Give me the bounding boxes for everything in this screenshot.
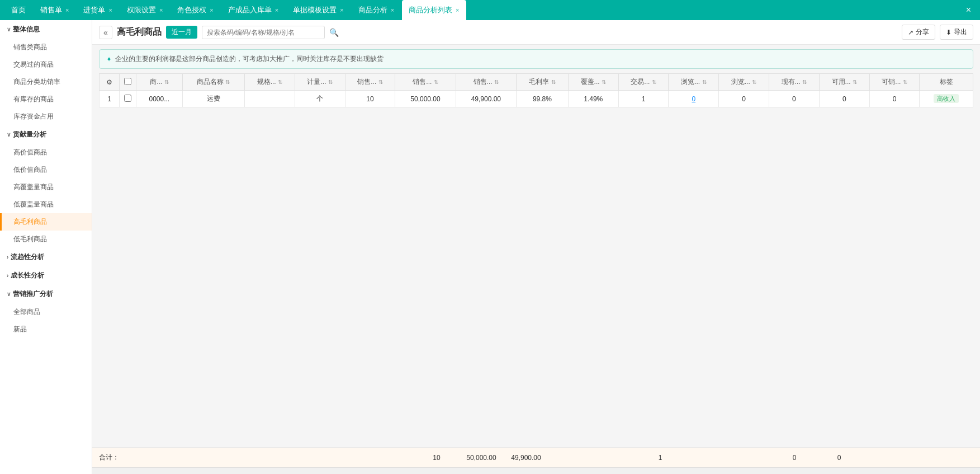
collapse-sidebar-button[interactable]: « xyxy=(99,26,112,39)
col-checkbox[interactable] xyxy=(120,74,136,91)
date-filter-button[interactable]: 近一月 xyxy=(166,26,197,39)
sidebar-item-high-coverage[interactable]: 高覆盖量商品 xyxy=(0,179,92,196)
col-available[interactable]: 可用... ⇅ xyxy=(819,74,869,91)
sidebar-item-stock-capital[interactable]: 库存资金占用 xyxy=(0,108,92,125)
col-sales-qty[interactable]: 销售... ⇅ xyxy=(345,74,395,91)
row-browse2: 0 xyxy=(719,91,769,107)
row-checkbox-cell[interactable] xyxy=(120,91,136,107)
nav-tab-sales-label: 销售单 xyxy=(40,5,62,15)
footer-available: 0 xyxy=(817,454,861,462)
sort-icon: ⇅ xyxy=(752,79,756,85)
content-area: « 高毛利商品 近一月 🔍 ↗ 分享 ⬇ 导出 ✦ 企业的主要的利润都是这部分商… xyxy=(92,20,980,474)
sidebar-item-all-goods[interactable]: 全部商品 xyxy=(0,303,92,321)
col-tag[interactable]: 标签 xyxy=(920,74,973,91)
search-input[interactable] xyxy=(202,26,325,39)
sort-icon: ⇅ xyxy=(652,79,656,85)
sidebar-item-low-coverage[interactable]: 低覆盖量商品 xyxy=(0,196,92,213)
close-all-button[interactable]: × xyxy=(962,5,976,15)
nav-tab-product-analysis-label: 商品分析 xyxy=(358,5,387,15)
col-current-stock[interactable]: 现有... ⇅ xyxy=(769,74,820,91)
sidebar-item-low-margin[interactable]: 低毛利商品 xyxy=(0,231,92,248)
col-browse1[interactable]: 浏览... ⇅ xyxy=(669,74,719,91)
row-checkbox[interactable] xyxy=(124,95,131,102)
close-icon[interactable]: × xyxy=(210,7,213,13)
sidebar-item-traded-goods[interactable]: 交易过的商品 xyxy=(0,56,92,73)
nav-tab-purchase[interactable]: 进货单 × xyxy=(77,0,119,20)
row-spec xyxy=(244,91,295,107)
export-button[interactable]: ⬇ 导出 xyxy=(940,25,973,40)
sort-icon: ⇅ xyxy=(602,79,606,85)
col-coverage[interactable]: 覆盖... ⇅ xyxy=(568,74,618,91)
info-text: 企业的主要的利润都是这部分商品创造的，可考虑加大推广，同时关注库存是不要出现缺货 xyxy=(115,54,384,64)
col-name[interactable]: 商品名称 ⇅ xyxy=(182,74,244,91)
chevron-right-icon: › xyxy=(7,273,8,279)
row-code: 0000... xyxy=(136,91,183,107)
col-transaction[interactable]: 交易... ⇅ xyxy=(618,74,669,91)
row-tag[interactable]: 高收入 xyxy=(920,91,973,107)
sidebar-item-in-stock-goods[interactable]: 有库存的商品 xyxy=(0,91,92,108)
col-saleable[interactable]: 可销... ⇅ xyxy=(869,74,920,91)
close-icon[interactable]: × xyxy=(391,7,394,13)
col-gross-margin[interactable]: 毛利率 ⇅ xyxy=(516,74,568,91)
chevron-down-icon: ∨ xyxy=(7,132,11,138)
nav-tab-analysis-list-label: 商品分析列表 xyxy=(409,5,452,15)
sidebar-item-high-margin[interactable]: 高毛利商品 xyxy=(0,213,92,231)
sidebar-item-new-goods[interactable]: 新品 xyxy=(0,321,92,338)
close-icon[interactable]: × xyxy=(340,7,343,13)
table-wrapper[interactable]: ⚙ 商... ⇅ 商品名称 ⇅ xyxy=(99,73,973,447)
sidebar-group-marketing[interactable]: ∨ 营销推广分析 xyxy=(0,285,92,303)
sidebar-group-contribution[interactable]: ∨ 贡献量分析 xyxy=(0,125,92,144)
share-button[interactable]: ↗ 分享 xyxy=(902,25,935,40)
nav-tab-role[interactable]: 角色授权 × xyxy=(171,0,220,20)
col-code[interactable]: 商... ⇅ xyxy=(136,74,183,91)
sidebar-item-high-value[interactable]: 高价值商品 xyxy=(0,144,92,161)
row-index: 1 xyxy=(100,91,120,107)
sort-icon: ⇅ xyxy=(702,79,707,85)
sort-icon: ⇅ xyxy=(551,79,556,85)
nav-tab-home-label: 首页 xyxy=(11,5,26,15)
col-unit[interactable]: 计量... ⇅ xyxy=(295,74,345,91)
horizontal-scrollbar[interactable] xyxy=(92,467,980,474)
close-icon[interactable]: × xyxy=(159,7,163,13)
row-current-stock: 0 xyxy=(769,91,820,107)
top-navigation: 首页 销售单 × 进货单 × 权限设置 × 角色授权 × 产成品入库单 × 单据… xyxy=(0,0,980,20)
footer-current-stock: 0 xyxy=(772,454,817,462)
nav-tab-sales[interactable]: 销售单 × xyxy=(34,0,75,20)
chevron-down-icon: ∨ xyxy=(7,26,11,32)
row-unit: 个 xyxy=(295,91,345,107)
col-browse2[interactable]: 浏览... ⇅ xyxy=(719,74,769,91)
nav-tab-permission[interactable]: 权限设置 × xyxy=(120,0,169,20)
sidebar-item-category-rate[interactable]: 商品分类助销率 xyxy=(0,73,92,91)
col-sales-amount[interactable]: 销售... ⇅ xyxy=(395,74,456,91)
export-label: 导出 xyxy=(954,27,967,37)
close-icon[interactable]: × xyxy=(65,7,69,13)
nav-tab-home[interactable]: 首页 xyxy=(4,0,32,20)
sort-icon: ⇅ xyxy=(278,79,282,85)
nav-tab-analysis-list[interactable]: 商品分析列表 × xyxy=(402,0,466,20)
col-sales-profit[interactable]: 销售... ⇅ xyxy=(456,74,516,91)
nav-tab-product-inbound[interactable]: 产成品入库单 × xyxy=(221,0,285,20)
sidebar-group-marketing-label: 营销推广分析 xyxy=(13,289,53,299)
col-settings[interactable]: ⚙ xyxy=(100,74,120,91)
sidebar-item-low-value[interactable]: 低价值商品 xyxy=(0,161,92,179)
search-button[interactable]: 🔍 xyxy=(329,28,339,37)
nav-tab-product-analysis[interactable]: 商品分析 × xyxy=(352,0,401,20)
table-row: 1 0000... 运费 个 10 50,000.00 49,900.00 99… xyxy=(100,91,973,107)
sidebar-group-growth[interactable]: › 成长性分析 xyxy=(0,266,92,285)
row-transaction: 1 xyxy=(618,91,669,107)
nav-tab-template[interactable]: 单据模板设置 × xyxy=(286,0,350,20)
sidebar-group-trend[interactable]: › 流趋性分析 xyxy=(0,248,92,266)
row-browse1[interactable]: 0 xyxy=(669,91,719,107)
close-icon[interactable]: × xyxy=(275,7,278,13)
select-all-checkbox[interactable] xyxy=(124,78,131,85)
col-spec[interactable]: 规格... ⇅ xyxy=(244,74,295,91)
close-icon[interactable]: × xyxy=(456,7,459,13)
nav-tab-permission-label: 权限设置 xyxy=(127,5,156,15)
sidebar-group-trend-label: 流趋性分析 xyxy=(11,252,44,262)
sidebar-item-sales-goods[interactable]: 销售类商品 xyxy=(0,39,92,56)
page-title: 高毛利商品 xyxy=(117,26,162,38)
sidebar: ∨ 整体信息 销售类商品 交易过的商品 商品分类助销率 有库存的商品 库存资金占… xyxy=(0,20,92,474)
close-icon[interactable]: × xyxy=(108,7,112,13)
sidebar-group-overall[interactable]: ∨ 整体信息 xyxy=(0,20,92,39)
row-available: 0 xyxy=(819,91,869,107)
